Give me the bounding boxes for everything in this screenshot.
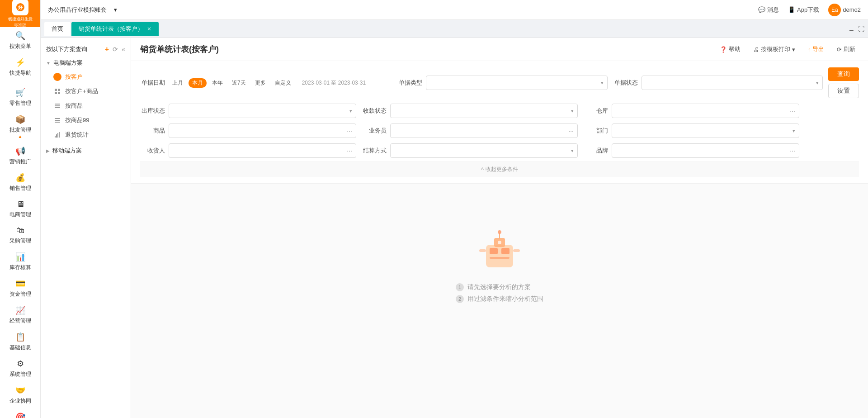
sidebar-item-ecom[interactable]: 🖥 电商管理 — [0, 196, 41, 222]
app-download-btn[interactable]: 📱 App下载 — [788, 6, 819, 14]
sidebar-item-finance[interactable]: 💳 资金管理 — [0, 275, 41, 302]
sidebar-item-wholesale[interactable]: 📦 批发管理 ▲ — [0, 111, 41, 142]
hint-text-2: 用过滤条件来缩小分析范围 — [467, 295, 543, 303]
tab-maximize-icon[interactable]: ⛶ — [858, 25, 864, 33]
tab-close-icon[interactable]: ✕ — [147, 26, 151, 32]
receiver-select[interactable]: ··· — [169, 143, 356, 158]
user-label: demo2 — [843, 6, 861, 13]
sidebar-item-marketing[interactable]: 📢 营销推广 — [0, 142, 41, 169]
receiver-label: 收货人 — [140, 147, 165, 155]
sidebar-item-sales[interactable]: 💰 销售管理 — [0, 169, 41, 196]
ecom-icon: 🖥 — [16, 200, 24, 209]
add-scheme-btn[interactable]: + — [105, 45, 109, 53]
sidebar-item-newbie[interactable]: 🎯 新手引导 — [0, 408, 41, 418]
date-tab-last-month[interactable]: 上月 — [169, 78, 187, 88]
scheme-item-by-customer[interactable]: 按客户 — [41, 70, 131, 84]
refresh-scheme-btn[interactable]: ⟳ — [113, 46, 118, 53]
sidebar-item-retail[interactable]: 🛒 零售管理 — [0, 84, 41, 111]
help-btn[interactable]: ❓ 帮助 — [716, 43, 744, 55]
sidebar-label-marketing: 营销推广 — [9, 158, 31, 166]
query-button[interactable]: 查询 — [828, 67, 859, 81]
bill-type-select[interactable]: ▾ — [426, 76, 607, 90]
goods-dots[interactable]: ··· — [347, 127, 352, 134]
goods-label: 商品 — [140, 127, 165, 135]
tab-minimize-icon[interactable]: 🗕 — [848, 25, 854, 33]
svg-rect-7 — [55, 105, 60, 106]
dept-select[interactable]: ▾ — [612, 124, 799, 138]
sidebar-item-ops[interactable]: 📈 经营管理 — [0, 302, 41, 328]
topbar-dropdown[interactable]: ▾ — [114, 6, 117, 13]
scheme-item-by-customer-goods[interactable]: 按客户+商品 — [41, 84, 131, 99]
newbie-icon: 🎯 — [15, 412, 25, 418]
date-tab-this-month[interactable]: 本月 — [189, 78, 207, 88]
message-btn[interactable]: 💬 消息 — [758, 6, 779, 14]
staff-select[interactable]: ··· — [390, 124, 578, 138]
sidebar-item-enterprise[interactable]: 🤝 企业协同 — [0, 382, 41, 408]
scheme-item-by-goods[interactable]: 按商品 — [41, 99, 131, 113]
brand-select[interactable]: ··· — [612, 143, 799, 158]
svg-rect-5 — [58, 92, 60, 94]
goods-select[interactable]: ··· — [169, 124, 356, 138]
hint-text-1: 请先选择要分析的方案 — [467, 283, 531, 291]
out-status-select[interactable]: ▾ — [169, 104, 356, 118]
refresh-icon: ⟳ — [837, 46, 842, 53]
avatar: Ea — [828, 4, 841, 16]
svg-rect-9 — [55, 118, 60, 119]
collect-status-select[interactable]: ▾ — [390, 104, 578, 118]
date-tab-this-year[interactable]: 本年 — [208, 78, 226, 88]
tab-home-label: 首页 — [52, 25, 63, 33]
wholesale-expand-icon: ▲ — [18, 134, 23, 139]
retail-icon: 🛒 — [15, 88, 25, 98]
mobile-scheme-header[interactable]: ▶ 移动端方案 — [41, 144, 131, 157]
warehouse-select[interactable]: ··· — [612, 104, 799, 118]
sidebar-item-base[interactable]: 📋 基础信息 — [0, 328, 41, 355]
out-status-arrow: ▾ — [349, 108, 352, 114]
sidebar: 好 畅捷通好生意 标准版 🔍 搜索菜单 ⚡ 快捷导航 🛒 零售管理 📦 批发管理… — [0, 0, 41, 418]
right-panel: 销货单统计表(按客户) ❓ 帮助 🖨 按模板打印 ▾ ↑ 导出 — [131, 38, 868, 418]
scheme-item-return-stat[interactable]: 退货统计 — [41, 128, 131, 142]
pc-scheme-header[interactable]: ▼ 电脑端方案 — [41, 56, 131, 70]
sidebar-label-purchase: 采购管理 — [9, 237, 31, 245]
collapse-filter-btn[interactable]: ^ 收起更多条件 — [140, 162, 859, 177]
bill-status-select[interactable]: ▾ — [642, 76, 823, 90]
sidebar-label-sales: 销售管理 — [9, 185, 31, 192]
settle-select[interactable]: ▾ — [390, 143, 578, 158]
refresh-btn[interactable]: ⟳ 刷新 — [833, 43, 859, 55]
enterprise-icon: 🤝 — [15, 385, 25, 395]
sidebar-item-inventory[interactable]: 📊 库存核算 — [0, 248, 41, 275]
content-area: 按以下方案查询 + ⟳ « ▼ 电脑端方案 按客户 — [41, 38, 868, 418]
search-icon: 🔍 — [15, 31, 25, 41]
tabbar: 首页 销货单统计表（按客户） ✕ 🗕 ⛶ — [41, 20, 868, 38]
sidebar-item-quick-nav[interactable]: ⚡ 快捷导航 — [0, 54, 41, 81]
tab-home[interactable]: 首页 — [44, 22, 71, 36]
user-profile[interactable]: Ea demo2 — [828, 4, 861, 16]
collapse-left-btn[interactable]: « — [122, 46, 125, 53]
sidebar-item-sys[interactable]: ⚙ 系统管理 — [0, 355, 41, 382]
scheme-item-by-goods-99[interactable]: 按商品99 — [41, 113, 131, 128]
date-tab-custom[interactable]: 自定义 — [271, 78, 295, 88]
settle-label: 结算方式 — [362, 147, 387, 155]
empty-hints: 1 请先选择要分析的方案 2 用过滤条件来缩小分析范围 — [456, 283, 543, 303]
settings-button[interactable]: 设置 — [828, 84, 859, 98]
date-tab-7days[interactable]: 近7天 — [228, 78, 250, 88]
tab-sales-stat[interactable]: 销货单统计表（按客户） ✕ — [71, 22, 159, 36]
export-btn[interactable]: ↑ 导出 — [804, 43, 828, 55]
empty-hint-2: 2 用过滤条件来缩小分析范围 — [456, 295, 543, 303]
sidebar-label-finance: 资金管理 — [9, 290, 31, 298]
sidebar-label-sys: 系统管理 — [9, 370, 31, 378]
svg-rect-8 — [55, 107, 60, 108]
staff-dots[interactable]: ··· — [568, 127, 574, 134]
template-print-btn[interactable]: 🖨 按模板打印 ▾ — [750, 43, 799, 55]
sidebar-item-purchase[interactable]: 🛍 采购管理 — [0, 222, 41, 248]
date-tab-more[interactable]: 更多 — [251, 78, 269, 88]
sidebar-item-search[interactable]: 🔍 搜索菜单 — [0, 27, 41, 54]
mobile-scheme-section: ▶ 移动端方案 — [41, 144, 131, 157]
hint-num-2: 2 — [456, 295, 464, 303]
svg-rect-10 — [55, 120, 60, 121]
brand-dots[interactable]: ··· — [790, 147, 795, 154]
receiver-dots[interactable]: ··· — [347, 147, 352, 154]
collapse-icon: ^ — [481, 166, 484, 173]
hint-num-1: 1 — [456, 283, 464, 291]
app-name: 畅捷通好生意 — [8, 16, 33, 22]
warehouse-dots[interactable]: ··· — [790, 107, 795, 114]
